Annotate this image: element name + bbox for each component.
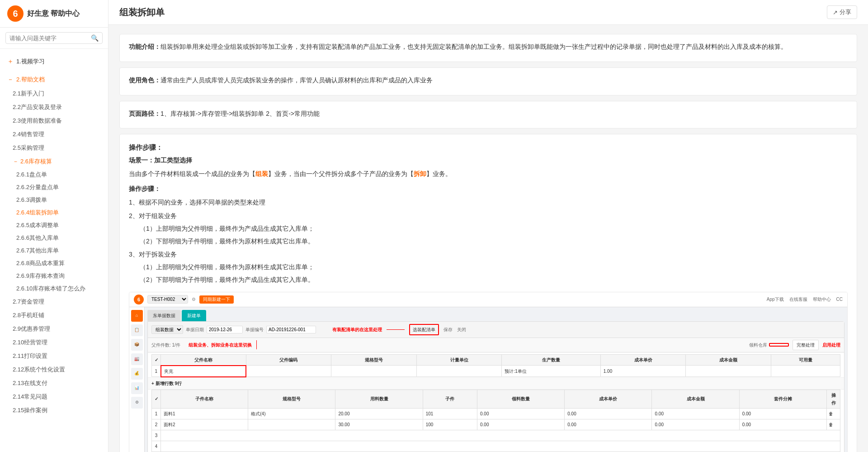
sidebar-item-print[interactable]: 2.11打印设置: [0, 349, 108, 363]
sidebar-item-helpdoc[interactable]: － 2.帮助文档: [0, 72, 108, 87]
mock-confirm-btn[interactable]: 完整处理: [793, 340, 819, 350]
share-button[interactable]: ↗ 分享: [827, 5, 857, 19]
step3-sub1: （1）上部明细为父件明细，最终作为原材料生成其它出库单；: [140, 262, 848, 273]
sidebar-item-beginner[interactable]: 2.1新手入门: [0, 87, 108, 100]
mock-tab-list[interactable]: 东单据数据: [147, 310, 181, 321]
sidebar-item-inventory-ledger[interactable]: 2.6.9库存账本查询: [0, 270, 108, 282]
screenshot-mock: 6 TEST-H002 ⚙ 同期新建一下 App下载 在线客服 帮助中心 CC: [129, 292, 847, 452]
mock-warehouse-label: 领料仓库: [749, 341, 767, 349]
mock-window-toolbar: 组装数据 拆卸 单据日期 单据编号 有装配清单的在这里处理: [148, 322, 844, 338]
sidebar-item-coupon[interactable]: 2.9优惠券管理: [0, 322, 108, 336]
mock-upper-cell-spec: [331, 366, 417, 377]
search-input[interactable]: [9, 35, 91, 42]
mock-lth-pick: 领料数量: [477, 390, 565, 408]
mock-lower-row-2: 2 面料2 30.00 100 0.00 0.00 0.00: [152, 419, 840, 430]
mock-upper-row-1: 1 夹克 预计:1单位 1.00: [152, 366, 840, 377]
mock-bom-btn[interactable]: 选装配清单: [409, 324, 439, 335]
mock-ltr2-ops[interactable]: 🗑: [827, 419, 840, 430]
steps-list: 1、根据不同的业务，选择不同单据的类型来处理 2、对于组装业务 （1）上部明细为…: [129, 197, 848, 285]
mock-order-icon[interactable]: 📋: [131, 324, 143, 336]
sidebar-item-dataprep[interactable]: 2.3使用前数据准备: [0, 114, 108, 128]
mock-home-icon[interactable]: ⌂: [131, 310, 143, 322]
sidebar-item-inventory-costadjust[interactable]: 2.6.5成本调整单: [0, 219, 108, 232]
mock-version: ⚙: [192, 295, 196, 303]
mock-tab-new[interactable]: 新建单: [182, 310, 206, 321]
mock-docno-input[interactable]: [266, 326, 316, 333]
sidebar-item-payment[interactable]: 2.13在线支付: [0, 376, 108, 390]
mock-upper-cell-name[interactable]: 夹克: [161, 366, 246, 377]
page-title: 组装拆卸单: [119, 6, 165, 19]
sidebar-item-inventory-ledgererr[interactable]: 2.6.10库存账本错了怎么办: [0, 282, 108, 295]
mock-new-btn[interactable]: 同期新建一下: [199, 295, 234, 304]
mock-ltr1-name[interactable]: 面料1: [161, 408, 248, 419]
mock-lth-sub: 子件: [423, 390, 477, 408]
mock-settings-icon[interactable]: ⚙: [131, 397, 143, 409]
sidebar-item-purchase[interactable]: 2.5采购管理: [0, 141, 108, 155]
sidebar-item-label: 1.视频学习: [16, 57, 45, 66]
sidebar-item-videos[interactable]: ＋ 1.视频学习: [0, 54, 108, 69]
intro-text: 功能介绍：组装拆卸单用来处理企业组装或拆卸等加工业务，支持有固定装配清单的产品加…: [129, 42, 848, 52]
mock-count-label: 父件件数: 1/件: [151, 341, 180, 349]
search-wrap[interactable]: 🔍: [5, 32, 103, 44]
search-button[interactable]: 🔍: [91, 34, 99, 42]
mock-report-icon[interactable]: 📊: [131, 382, 143, 394]
sidebar-item-personalize[interactable]: 2.12系统个性化设置: [0, 363, 108, 376]
mock-th-unit: 计量单位: [416, 354, 502, 366]
mock-nav-icons: App下载 在线客服 帮助中心 CC: [767, 295, 843, 303]
mock-goods-icon[interactable]: 📦: [131, 339, 143, 351]
main-area: 组装拆卸单 ↗ 分享 功能介绍：组装拆卸单用来处理企业组装或拆卸等加工业务，支持…: [108, 0, 868, 452]
mock-lower-row-3: 3: [152, 430, 840, 441]
sidebar-item-inventory-assembly[interactable]: 2.6.4组装拆卸单: [0, 206, 108, 219]
mock-ltr1-ops[interactable]: 🗑: [827, 408, 840, 419]
mock-upper-table: ✓ 父件名称 父件编码 规格型号 计量单位 生产数量 成本单价: [151, 354, 840, 377]
step2-sub: （1）上部明细为父件明细，最终作为产成品生成其它入库单； （2）下部明细为子件明…: [129, 224, 848, 247]
mock-ltr2-name[interactable]: 面料2: [161, 419, 248, 430]
mock-th-cost-amt: 成本金额: [686, 354, 771, 366]
sidebar-item-finance[interactable]: 2.7资金管理: [0, 295, 108, 309]
step-3: 3、对于拆装业务 （1）上部明细为父件明细，最终作为原材料生成其它出库单； （2…: [129, 249, 848, 285]
mock-add-row[interactable]: + 新增行数 9行: [151, 380, 182, 387]
sidebar-item-mobile[interactable]: 2.8手机旺铺: [0, 309, 108, 322]
mock-ltr1-camt: 0.00: [652, 408, 739, 419]
mock-upper-cell-unit: [416, 366, 502, 377]
sidebar-item-label: 2.帮助文档: [16, 76, 45, 84]
mock-window: 组装数据 拆卸 单据日期 单据编号 有装配清单的在这里处理: [147, 321, 844, 452]
sidebar-nav: ＋ 1.视频学习 － 2.帮助文档 2.1新手入门 2.2产品安装及登录 2.3…: [0, 49, 108, 452]
mock-ltr1-share: 0.00: [739, 408, 826, 419]
nav-sub-sub-items-2-6: 2.6.1盘点单 2.6.2分量盘点单 2.6.3调拨单 2.6.4组装拆卸单 …: [0, 168, 108, 295]
main-header: 组装拆卸单 ↗ 分享: [108, 0, 868, 25]
mock-save-btn[interactable]: 保存: [443, 326, 453, 333]
sidebar: 6 好生意 帮助中心 🔍 ＋ 1.视频学习 － 2.帮助文档 2.1新手入门 2…: [0, 0, 108, 452]
nav-sub-items-2: 2.1新手入门 2.2产品安装及登录 2.3使用前数据准备 2.4销售管理 2.…: [0, 87, 108, 417]
sidebar-item-inventory-splitcount[interactable]: 2.6.2分量盘点单: [0, 181, 108, 194]
sidebar-item-ops[interactable]: 2.10经营管理: [0, 336, 108, 349]
sidebar-item-inventory-otheroutbound[interactable]: 2.6.7其他出库单: [0, 244, 108, 257]
share-label: 分享: [840, 8, 851, 16]
mock-store-select[interactable]: TEST-H002: [147, 295, 188, 304]
mock-close-btn[interactable]: 关闭: [457, 326, 466, 333]
mock-finance-icon[interactable]: 💰: [131, 368, 143, 380]
mock-warehouse-icon[interactable]: 🏭: [131, 353, 143, 365]
ops-steps-label: 操作步骤：: [129, 184, 848, 195]
mock-th-spec: 规格型号: [331, 354, 417, 366]
sidebar-item-inventory-costrecalc[interactable]: 2.6.8商品成本重算: [0, 257, 108, 270]
mock-th-cost-price: 成本单价: [600, 354, 686, 366]
sidebar-item-install[interactable]: 2.2产品安装及登录: [0, 100, 108, 114]
mock-warehouse-input[interactable]: [769, 343, 789, 347]
sidebar-item-inventory-transfer[interactable]: 2.6.3调拨单: [0, 194, 108, 206]
sidebar-item-sales[interactable]: 2.4销售管理: [0, 128, 108, 141]
sidebar-item-inventory-otherinbound[interactable]: 2.6.6其他入库单: [0, 232, 108, 244]
mock-divider: + 新增行数 9行: [148, 377, 844, 390]
sidebar-item-cases[interactable]: 2.15操作案例: [0, 404, 108, 417]
step3-sub2: （2）下部明细为子件明细，最终作为产成品生成其它入库单。: [140, 275, 848, 285]
mock-ltr2-spec: [248, 419, 335, 430]
mock-ltr2-sub: 100: [423, 419, 477, 430]
sidebar-item-inventory-count[interactable]: 2.6.1盘点单: [0, 168, 108, 181]
mock-ltr1-spec: 格式(4): [248, 408, 335, 419]
mock-lth-share: 套件分摊: [739, 390, 826, 408]
sidebar-item-inventory[interactable]: － 2.6库存核算: [0, 155, 108, 168]
intro-card: 功能介绍：组装拆卸单用来处理企业组装或拆卸等加工业务，支持有固定装配清单的产品加…: [119, 34, 857, 62]
mock-date-input[interactable]: [207, 326, 243, 333]
sidebar-item-faq[interactable]: 2.14常见问题: [0, 390, 108, 404]
mock-biztype-select[interactable]: 组装数据 拆卸: [151, 325, 183, 334]
